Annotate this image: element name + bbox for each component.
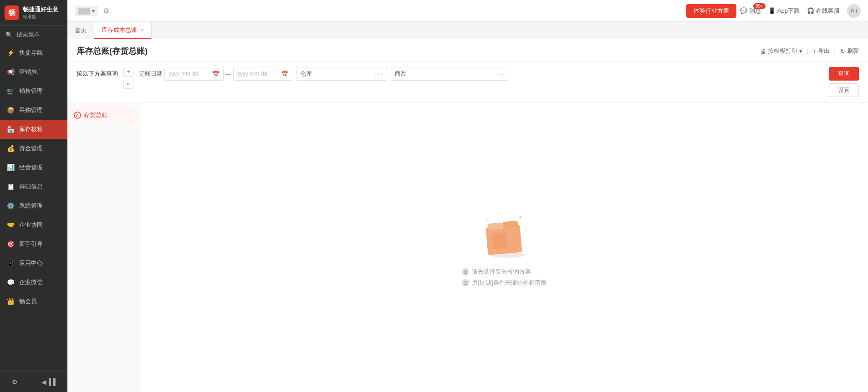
sidebar-item-basic[interactable]: 📋 基础信息 — [0, 177, 67, 196]
svg-text:¥: ¥ — [75, 113, 78, 118]
topbar-breadcrumb: ▓▓▓ ▾ ⚙ — [75, 6, 679, 16]
sidebar-search-label: 搜索菜单 — [16, 31, 40, 39]
sidebar-item-label: 采购管理 — [19, 106, 43, 114]
page-title: 库存总账(存货总账) — [77, 46, 148, 56]
sales-icon: 🛒 — [6, 87, 15, 95]
message-icon: 💬 — [740, 7, 747, 14]
date-to-input[interactable]: yyyy-mm-dd 📅 — [233, 67, 292, 81]
sidebar-item-cooperation[interactable]: 🤝 企业协同 — [0, 215, 67, 234]
filter-collapse-button[interactable]: « — [123, 79, 133, 89]
tab-inventory-ledger[interactable]: 库存成本总账 × — [94, 22, 152, 39]
date-from-input[interactable]: yyyy-mm-dd 📅 — [164, 67, 224, 81]
sidebar-audio-button[interactable]: ◀▐▐ — [38, 377, 59, 387]
filter-scheme-sidebar: ¥ 存货总账 — [67, 103, 140, 392]
sidebar-item-label: 企业协同 — [19, 221, 43, 229]
sidebar-search[interactable]: 🔍 搜索菜单 — [0, 26, 67, 43]
date-separator: — — [225, 71, 231, 77]
empty-state: ✦ ✦ ✦ 请先选择要分析的方案 用[过滤]条件来缩小分析范围 — [140, 103, 868, 392]
app-download-button[interactable]: 📱 App下载 — [768, 7, 800, 15]
sidebar-item-marketing[interactable]: 📢 营销推广 — [0, 62, 67, 81]
user-avatar[interactable]: Rit — [847, 4, 861, 18]
tab-home[interactable]: 首页 — [67, 22, 94, 39]
sidebar-item-wechat[interactable]: 💬 企业微信 — [0, 273, 67, 292]
sidebar-menu: ⚡ 快捷导航 📢 营销推广 🛒 销售管理 📦 采购管理 🏪 库存核算 💰 资金管… — [0, 43, 67, 372]
sidebar-item-app-center[interactable]: 📱 应用中心 — [0, 254, 67, 273]
sidebar-item-quick-nav[interactable]: ⚡ 快捷导航 — [0, 43, 67, 62]
sidebar-item-label: 经营管理 — [19, 163, 43, 172]
sidebar-logo: 畅 畅捷通好生意 标准版 — [0, 0, 67, 26]
date-to-placeholder: yyyy-mm-dd — [237, 71, 267, 77]
print-dropdown-icon: ▾ — [799, 48, 802, 55]
sidebar-item-label: 畅会员 — [19, 297, 37, 305]
search-button[interactable]: 查询 — [829, 67, 859, 81]
scheme-icon: ¥ — [74, 112, 81, 119]
content-body: ¥ 存货总账 — [67, 103, 868, 392]
empty-hint-2: 用[过滤]条件来缩小分析范围 — [462, 279, 546, 287]
app-version: 标准版 — [23, 14, 58, 20]
action-divider-1: | — [807, 48, 808, 55]
filter-settings-button[interactable]: 设置 — [829, 83, 859, 97]
refresh-button[interactable]: ↻ 刷新 — [840, 47, 859, 55]
date-label: 记账日期 — [139, 70, 163, 78]
svg-text:✦: ✦ — [518, 214, 523, 221]
svg-rect-4 — [487, 222, 503, 230]
marketing-icon: 📢 — [6, 68, 15, 76]
svg-text:✦: ✦ — [485, 218, 489, 223]
sidebar-item-label: 营销推广 — [19, 68, 43, 76]
sidebar-item-label: 新手引导 — [19, 240, 43, 248]
filter-controls: 记账日期 yyyy-mm-dd 📅 — yyyy-mm-dd 📅 仓库 ··· — [139, 67, 823, 81]
goods-filter[interactable]: 商品 ··· — [391, 67, 509, 81]
warehouse-more-icon: ··· — [375, 70, 383, 77]
tab-bar: 首页 库存成本总账 × — [67, 22, 868, 39]
sidebar-item-purchase[interactable]: 📦 采购管理 — [0, 101, 67, 120]
messages-badge: 99+ — [753, 3, 766, 9]
tab-active-label: 库存成本总账 — [102, 26, 137, 34]
sidebar-item-label: 销售管理 — [19, 87, 43, 95]
phone-icon: 📱 — [768, 7, 776, 14]
topbar-gear-icon[interactable]: ⚙ — [103, 6, 109, 15]
search-icon: 🔍 — [5, 31, 13, 38]
calendar-icon-end: 📅 — [281, 71, 288, 77]
sidebar-item-inventory[interactable]: 🏪 库存核算 — [0, 120, 67, 139]
cooperation-icon: 🤝 — [6, 221, 15, 229]
filter-label: 按以下方案查询 — [77, 67, 118, 81]
wechat-icon: 💬 — [6, 279, 15, 286]
empty-hint-list: 请先选择要分析的方案 用[过滤]条件来缩小分析范围 — [462, 268, 546, 290]
scheme-inventory-ledger[interactable]: ¥ 存货总账 — [67, 107, 140, 123]
svg-text:✦: ✦ — [525, 228, 528, 232]
svg-rect-6 — [492, 232, 507, 249]
topbar-nav-dropdown[interactable]: ▓▓▓ ▾ — [75, 6, 98, 16]
date-from-placeholder: yyyy-mm-dd — [168, 71, 198, 77]
tab-close-button[interactable]: × — [141, 27, 144, 33]
sidebar-bottom: ⚙ ◀▐▐ — [0, 372, 67, 392]
filter-add-button[interactable]: + — [123, 67, 133, 77]
sidebar-item-guide[interactable]: 🎯 新手引导 — [0, 234, 67, 254]
guide-icon: 🎯 — [6, 240, 15, 248]
scheme-label: 存货总账 — [84, 111, 107, 119]
sidebar-item-finance[interactable]: 💰 资金管理 — [0, 139, 67, 158]
industry-solution-button[interactable]: 体验行业方案 — [686, 4, 736, 18]
goods-more-icon: ··· — [497, 70, 505, 77]
sidebar-item-label: 系统管理 — [19, 202, 43, 210]
export-button[interactable]: ↑ 导出 — [813, 47, 830, 55]
online-support-button[interactable]: 🎧 在线客服 — [807, 7, 840, 15]
topbar: ▓▓▓ ▾ ⚙ 体验行业方案 💬 消息 99+ 📱 App下载 🎧 在线客服 R… — [67, 0, 868, 22]
sidebar-item-sales[interactable]: 🛒 销售管理 — [0, 81, 67, 101]
empty-hint-1: 请先选择要分析的方案 — [462, 268, 546, 276]
dropdown-text: ▓▓▓ — [78, 8, 90, 14]
sidebar-item-label: 企业微信 — [19, 278, 43, 286]
print-template-button[interactable]: 🖨 按模板打印 ▾ — [760, 47, 802, 55]
basic-icon: 📋 — [6, 183, 15, 190]
sidebar-item-membership[interactable]: 👑 畅会员 — [0, 292, 67, 311]
warehouse-filter[interactable]: 仓库 ··· — [296, 67, 387, 81]
export-label: 导出 — [818, 47, 830, 55]
sidebar-item-operations[interactable]: 📊 经营管理 — [0, 158, 67, 177]
sidebar-item-system[interactable]: ⚙️ 系统管理 — [0, 196, 67, 215]
sidebar-settings-button[interactable]: ⚙ — [8, 377, 21, 387]
app-download-label: App下载 — [777, 7, 800, 15]
warehouse-label: 仓库 — [300, 70, 312, 78]
tab-home-label: 首页 — [75, 26, 87, 35]
refresh-label: 刷新 — [847, 47, 859, 55]
filter-area: 按以下方案查询 + « 记账日期 yyyy-mm-dd 📅 — yyyy-mm-… — [67, 61, 868, 103]
messages-button[interactable]: 💬 消息 99+ — [740, 7, 761, 15]
